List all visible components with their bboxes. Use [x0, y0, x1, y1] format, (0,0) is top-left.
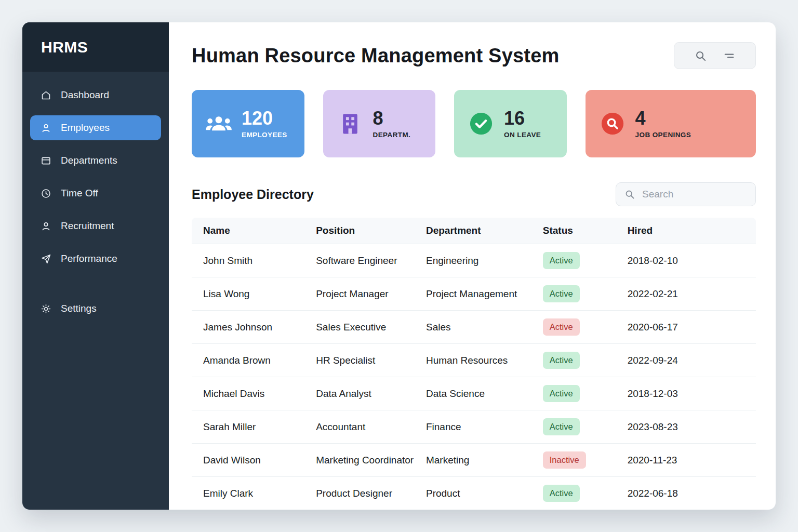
stat-label: ON LEAVE — [504, 131, 541, 139]
status-badge: Active — [543, 352, 580, 369]
cell-department: Engineering — [415, 244, 531, 277]
home-icon — [41, 90, 51, 101]
sidebar-item-label: Settings — [61, 303, 97, 314]
sidebar-item-settings[interactable]: Settings — [30, 296, 161, 321]
directory-search-box[interactable] — [616, 182, 756, 206]
cell-department: Product — [415, 477, 531, 510]
column-header-position: Position — [304, 218, 415, 244]
cell-name: Sarah Miller — [192, 410, 304, 444]
column-header-department: Department — [415, 218, 531, 244]
status-badge: Active — [543, 485, 580, 502]
cell-name: Michael Davis — [192, 377, 304, 410]
status-badge: Active — [543, 385, 580, 402]
stat-card-job-openings: 4 JOB OPENINGS — [586, 90, 756, 157]
cell-status: Active — [531, 410, 616, 444]
employee-table: Name Position Department Status Hired Jo… — [192, 218, 756, 510]
cell-hired: 2018-02-10 — [616, 244, 756, 277]
sidebar-item-time-off[interactable]: Time Off — [30, 181, 161, 206]
page-title: Human Resource Management System — [192, 45, 560, 67]
cell-name: John Smith — [192, 244, 304, 277]
cell-status: Active — [531, 311, 616, 344]
cell-department: Finance — [415, 410, 531, 444]
cell-name: Amanda Brown — [192, 344, 304, 377]
stat-value: 8 — [373, 109, 411, 128]
cell-hired: 2018-12-03 — [616, 377, 756, 410]
stats-row: 120 EMPLOYEES 8 DEPARTM. 16 — [192, 90, 756, 157]
sidebar-item-employees[interactable]: Employees — [30, 115, 161, 140]
sidebar-item-label: Performance — [61, 253, 117, 264]
sidebar-item-label: Recruitment — [61, 220, 114, 232]
status-badge: Inactive — [543, 451, 586, 469]
cell-hired: 2022-06-18 — [616, 477, 756, 510]
column-header-name: Name — [192, 218, 304, 244]
cell-position: Product Designer — [304, 477, 415, 510]
brand-logo: HRMS — [22, 22, 169, 72]
sidebar-item-dashboard[interactable]: Dashboard — [30, 83, 161, 108]
cell-position: Project Manager — [304, 277, 415, 311]
table-row-david-wilson: David Wilson Marketing Coordinator Marke… — [192, 444, 756, 477]
header-search-button[interactable] — [695, 50, 707, 62]
stat-label: EMPLOYEES — [242, 131, 287, 139]
cell-position: Software Engineer — [304, 244, 415, 277]
cell-name: Emily Clark — [192, 477, 304, 510]
sidebar: HRMS Dashboard Employees Departments — [22, 22, 169, 510]
app-window: HRMS Dashboard Employees Departments — [22, 22, 776, 510]
status-badge: Active — [543, 318, 580, 336]
stat-value: 120 — [242, 109, 287, 128]
cell-name: James Johnson — [192, 311, 304, 344]
cell-department: Human Resources — [415, 344, 531, 377]
table-row-john-smith: John Smith Software Engineer Engineering… — [192, 244, 756, 277]
cell-name: Lisa Wong — [192, 277, 304, 311]
cell-status: Active — [531, 377, 616, 410]
stat-card-employees: 120 EMPLOYEES — [192, 90, 304, 157]
status-badge: Active — [543, 285, 580, 302]
status-badge: Active — [543, 418, 580, 435]
main-content: Human Resource Management System 120 EMP… — [169, 22, 776, 510]
table-row-emily-clark: Emily Clark Product Designer Product Act… — [192, 477, 756, 510]
sidebar-item-label: Time Off — [61, 188, 98, 199]
person-icon — [41, 123, 51, 134]
cell-status: Active — [531, 477, 616, 510]
header-menu-button[interactable] — [723, 50, 735, 62]
cell-position: HR Specialist — [304, 344, 415, 377]
cell-hired: 2020-06-17 — [616, 311, 756, 344]
stat-card-departm: 8 DEPARTM. — [323, 90, 436, 157]
table-header-row: Name Position Department Status Hired — [192, 218, 756, 244]
cell-department: Sales — [415, 311, 531, 344]
people-icon — [205, 112, 232, 136]
cell-hired: 2022-09-24 — [616, 344, 756, 377]
filter-lines-icon — [723, 50, 735, 62]
stat-card-on-leave: 16 ON LEAVE — [454, 90, 567, 157]
cell-hired: 2020-11-23 — [616, 444, 756, 477]
clock-icon — [41, 188, 51, 199]
sidebar-item-label: Dashboard — [61, 89, 109, 101]
stat-value: 4 — [635, 109, 691, 128]
check-circle-icon — [468, 112, 495, 136]
person-icon — [41, 221, 51, 232]
sidebar-item-label: Employees — [61, 122, 110, 134]
sidebar-item-departments[interactable]: Departments — [30, 148, 161, 173]
sidebar-item-performance[interactable]: Performance — [30, 246, 161, 271]
cell-status: Inactive — [531, 444, 616, 477]
directory-search-input[interactable] — [641, 188, 747, 201]
cell-department: Data Science — [415, 377, 531, 410]
send-icon — [41, 254, 51, 264]
cell-hired: 2022-02-21 — [616, 277, 756, 311]
table-row-michael-davis: Michael Davis Data Analyst Data Science … — [192, 377, 756, 410]
stat-label: DEPARTM. — [373, 131, 411, 139]
cell-name: David Wilson — [192, 444, 304, 477]
cell-department: Project Management — [415, 277, 531, 311]
cell-hired: 2023-08-23 — [616, 410, 756, 444]
cell-position: Accountant — [304, 410, 415, 444]
column-header-status: Status — [531, 218, 616, 244]
sidebar-item-recruitment[interactable]: Recruitment — [30, 214, 161, 238]
table-row-amanda-brown: Amanda Brown HR Specialist Human Resourc… — [192, 344, 756, 377]
directory-header: Employee Directory — [192, 182, 756, 206]
header-toolbar — [674, 42, 756, 69]
status-badge: Active — [543, 252, 580, 269]
table-row-sarah-miller: Sarah Miller Accountant Finance Active 2… — [192, 410, 756, 444]
cell-position: Marketing Coordinator — [304, 444, 415, 477]
search-icon — [695, 50, 707, 62]
table-row-james-johnson: James Johnson Sales Executive Sales Acti… — [192, 311, 756, 344]
cell-department: Marketing — [415, 444, 531, 477]
